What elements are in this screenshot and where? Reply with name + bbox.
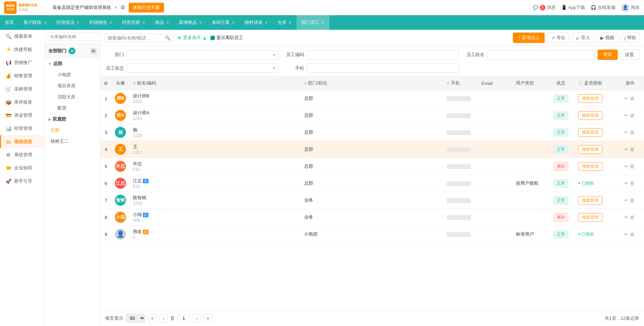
first-page-btn[interactable]: « <box>148 314 156 323</box>
search-input-wrap[interactable]: 🔍 <box>105 34 174 42</box>
sidebar-item-search[interactable]: 🔍 搜索菜单 <box>0 30 45 43</box>
tab-goods[interactable]: 商品 ✕ <box>150 15 174 30</box>
tab-close-customer[interactable]: ✕ <box>44 20 47 25</box>
tab-close-barcode[interactable]: ✕ <box>232 20 235 25</box>
tab-staff[interactable]: 部门员工 ✕ <box>297 15 329 30</box>
tab-home[interactable]: 首页 <box>0 15 19 30</box>
import-button[interactable]: ↙ 导入 <box>572 33 594 43</box>
category-search-input[interactable] <box>48 33 100 41</box>
filter-phone-input[interactable] <box>307 63 459 73</box>
sidebar-item-inventory[interactable]: 📦 库存核算 <box>0 96 45 109</box>
tab-close-staff[interactable]: ✕ <box>321 20 325 25</box>
edit-icon[interactable]: ✏ <box>624 197 628 203</box>
message-icon-group[interactable]: 💬 5 消息 <box>533 5 556 11</box>
delete-icon[interactable]: 🗑 <box>630 96 635 101</box>
sidebar-item-base[interactable]: 🗂 基础信息 <box>0 135 45 148</box>
th-phone[interactable]: ⇅ 手机 <box>443 77 478 90</box>
edit-icon[interactable]: ✏ <box>624 113 628 118</box>
add-employee-button[interactable]: + 新增员工 <box>513 33 544 43</box>
edit-icon[interactable]: ✏ <box>624 96 628 101</box>
delete-icon[interactable]: 🗑 <box>630 180 635 186</box>
delete-icon[interactable]: 🗑 <box>630 214 635 220</box>
trial-button[interactable]: 体验行业方案 <box>129 3 164 12</box>
online-service[interactable]: 🎧 在线客服 <box>591 5 616 11</box>
tab-close-profit[interactable]: ✕ <box>109 20 112 25</box>
help-button[interactable]: | 帮助 <box>621 33 640 43</box>
tab-add-goods[interactable]: 新增商品 ✕ <box>174 15 207 30</box>
tab-close-add-goods[interactable]: ✕ <box>199 20 202 25</box>
edit-icon[interactable]: ✏ <box>624 164 628 169</box>
delete-icon[interactable]: 🗑 <box>630 197 635 203</box>
tree-item-shenyang[interactable]: 沈阳大库 <box>52 91 100 103</box>
page-input[interactable] <box>178 315 190 322</box>
tab-barcode[interactable]: 条码方案 ✕ <box>207 15 240 30</box>
tree-item-project[interactable]: 项目库房 <box>52 80 100 91</box>
show-resigned-checkbox[interactable] <box>210 36 215 40</box>
edit-icon[interactable]: ✏ <box>624 147 628 152</box>
tab-customer[interactable]: 客户联络 ✕ <box>19 15 52 30</box>
user-profile[interactable]: 👤 用友 <box>621 3 640 12</box>
auth-login-button[interactable]: 授权登录 <box>578 94 602 103</box>
gear-icon[interactable]: ⚙ <box>120 4 125 11</box>
edit-icon[interactable]: ✏ <box>624 130 628 135</box>
tree-group-hq[interactable]: ▼ 总部 <box>45 58 100 69</box>
tree-group-shuanglu[interactable]: ▶ 双鹿想 <box>45 114 100 125</box>
setup-button[interactable]: 设置 <box>620 50 639 60</box>
tree-item-delivery[interactable]: 配货 <box>52 103 100 114</box>
edit-icon[interactable]: ✏ <box>624 180 628 186</box>
auth-login-button[interactable]: 授权登录 <box>578 128 602 137</box>
tree-item-xiaodibu[interactable]: 小电部 <box>52 69 100 80</box>
prev-page-btn[interactable]: ‹ <box>159 314 167 323</box>
tab-close-bom[interactable]: ✕ <box>265 20 268 25</box>
tab-operation[interactable]: 经营情况 ✕ <box>52 15 84 30</box>
sidebar-item-operation[interactable]: 📊 经营管理 <box>0 122 45 135</box>
search-input[interactable] <box>108 35 164 41</box>
tab-profit[interactable]: 利润报告 ✕ <box>84 15 117 30</box>
sidebar-item-system[interactable]: ⚙ 系统管理 <box>0 148 45 161</box>
tree-item-zhishu[interactable]: 植树王二 <box>45 136 100 147</box>
page-size-select[interactable]: 50 100 200 <box>126 314 145 323</box>
tab-close-goods[interactable]: ✕ <box>166 20 169 25</box>
tab-close-warehouse[interactable]: ✕ <box>289 20 292 25</box>
auth-login-button[interactable]: 授权登录 <box>578 162 602 171</box>
tab-close-history[interactable]: ✕ <box>142 20 145 25</box>
dept-settings-icon[interactable]: ⚙ <box>69 47 75 54</box>
tab-history[interactable]: 经营历程 ✕ <box>117 15 150 30</box>
auth-login-button[interactable]: 授权登录 <box>578 111 602 120</box>
edit-icon[interactable]: ✏ <box>624 214 628 220</box>
tab-warehouse[interactable]: 仓库 ✕ <box>273 15 297 30</box>
sidebar-item-sales[interactable]: 💰 销售管理 <box>0 69 45 82</box>
tab-close-operation[interactable]: ✕ <box>76 20 80 25</box>
more-filter-btn[interactable]: ▼ 更多条件 ▲ <box>177 35 207 41</box>
filter-dept-select[interactable]: ▾ <box>127 50 279 60</box>
auth-login-button[interactable]: 授权登录 <box>578 145 602 154</box>
th-dept[interactable]: ⇅ 部门/职位 <box>301 77 443 90</box>
left-panel-collapse-btn[interactable]: ≪ <box>90 48 97 54</box>
query-button[interactable]: 查询 <box>598 50 618 60</box>
sidebar-item-finance[interactable]: 💳 资金管理 <box>0 109 45 122</box>
show-resigned-label[interactable]: 显示离职员工 <box>210 35 243 41</box>
dropdown-icon[interactable]: ▾ <box>115 5 117 10</box>
filter-empcode-input[interactable] <box>307 50 459 60</box>
export-button[interactable]: ↗ 导出 <box>547 33 569 43</box>
delete-icon[interactable]: 🗑 <box>630 130 635 135</box>
sidebar-item-nav[interactable]: ⚡ 快捷导航 <box>0 43 45 56</box>
sidebar-item-purchase[interactable]: 🛒 采购管理 <box>0 82 45 96</box>
app-download[interactable]: 📱 App下载 <box>561 5 585 11</box>
delete-icon[interactable]: 🗑 <box>630 164 635 169</box>
th-settings[interactable]: ⚙ <box>100 77 111 90</box>
sidebar-item-collab[interactable]: 🤝 企业协同 <box>0 161 45 175</box>
sidebar-item-guide[interactable]: 🚀 新手引导 <box>0 175 45 188</box>
th-name[interactable]: ⇅ 姓名/编码 <box>129 77 301 90</box>
delete-icon[interactable]: 🗑 <box>630 231 635 237</box>
filter-empname-input[interactable] <box>487 50 595 60</box>
edit-icon[interactable]: ✏ <box>624 231 628 237</box>
delete-icon[interactable]: 🗑 <box>630 147 635 152</box>
view-button[interactable]: ▶ 视频 <box>597 33 618 43</box>
last-page-btn[interactable]: » <box>204 314 212 323</box>
filter-status-select[interactable]: ▾ <box>127 63 279 73</box>
next-page-btn[interactable]: › <box>193 314 201 323</box>
tree-item-zongbu[interactable]: 总部 <box>45 125 100 136</box>
auth-login-button[interactable]: 授权登录 <box>578 196 602 205</box>
delete-icon[interactable]: 🗑 <box>630 113 635 118</box>
